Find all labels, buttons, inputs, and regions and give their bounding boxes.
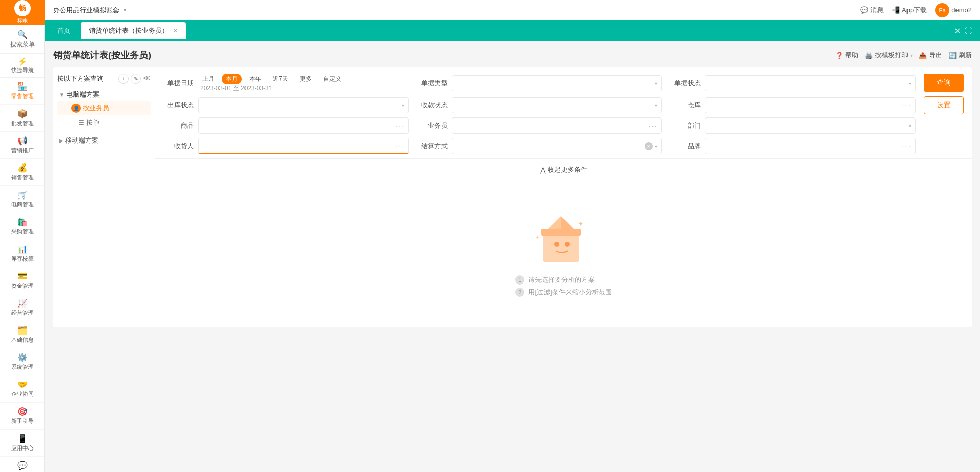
out-status-select[interactable]: ▾ [198,97,409,113]
download-icon: 📲 [892,6,900,14]
query-button[interactable]: 查询 [924,74,964,92]
user-avatar-item[interactable]: Ea demo2 [935,3,972,17]
date-tab-this-year[interactable]: 本年 [245,74,265,84]
sidebar-item-wholesale[interactable]: 📦 批发管理 [0,105,44,132]
add-scheme-button[interactable]: + [118,74,129,84]
warehouse-select[interactable]: ··· [705,97,916,113]
breadcrumb-dropdown-icon[interactable]: ▾ [124,7,126,13]
message-item[interactable]: 💬 消息 [860,6,884,15]
sidebar-item-retail[interactable]: 🏪 零售管理 [0,78,44,105]
tab-sales-stat[interactable]: 销货单统计表（按业务员） ✕ [81,22,186,39]
brand-control[interactable]: ··· [705,138,916,154]
message-icon: 💬 [860,6,868,14]
by-order-scheme-item[interactable]: ☰ 按单 [57,115,151,130]
settle-select[interactable]: ✕ ▾ [452,138,663,154]
export-button[interactable]: 📤 导出 [919,51,942,60]
brand-label: 品牌 [670,141,701,151]
sidebar-item-inventory[interactable]: 📊 库存核算 [0,240,44,267]
sidebar-item-newbie[interactable]: 🎯 新手引导 [0,403,44,430]
salesperson-select[interactable]: ··· [452,117,663,134]
collapse-panel-button[interactable]: ≪ [143,74,151,84]
salesperson-control[interactable]: ··· [452,117,663,134]
settle-control[interactable]: ✕ ▾ [452,138,663,154]
sidebar-item-appstore[interactable]: 📱 应用中心 [0,430,44,457]
settings-button[interactable]: 设置 [924,96,964,114]
basic-icon: 🗂️ [17,325,28,335]
sidebar-item-wechat[interactable]: 💬 企业微信 [0,457,44,472]
filter-row-1: 单据日期 上月 本月 本年 近7天 更多 [163,74,916,93]
doc-status-select[interactable]: ▾ [705,75,916,91]
goods-select[interactable]: ··· [198,117,409,134]
print-button[interactable]: 🖨️ 按模板打印 ▾ [865,51,913,60]
inventory-icon: 📊 [17,244,28,254]
sidebar-item-finance[interactable]: 💳 资金管理 [0,267,44,294]
tab-bar-right: ✕ ⛶ [954,26,976,36]
goods-label: 商品 [163,121,194,130]
brand-select[interactable]: ··· [705,138,916,154]
salesperson-dots-icon: ··· [649,122,658,130]
warehouse-control[interactable]: ··· [705,97,916,113]
page-header: 销货单统计表(按业务员) ❓ 帮助 🖨️ 按模板打印 ▾ 📤 导出 [53,49,972,61]
maximize-icon[interactable]: ⛶ [965,27,972,35]
tab-close-icon[interactable]: ✕ [173,27,178,34]
date-tab-more[interactable]: 更多 [296,74,316,84]
sidebar-item-corp[interactable]: 🤝 企业协同 [0,375,44,403]
goods-control[interactable]: ··· [198,117,409,134]
logo-icon: 畅 [14,0,31,16]
filter-row-2: 出库状态 ▾ [163,97,916,113]
refresh-button[interactable]: 🔄 刷新 [948,51,972,60]
salesperson-scheme-icon: 👤 [71,104,81,113]
sidebar-item-ecom[interactable]: 🛒 电商管理 [0,186,44,213]
marketing-icon: 📢 [17,136,28,146]
recipient-control[interactable]: ··· [198,138,409,154]
sidebar-item-marketing[interactable]: 📢 营销推广 [0,132,44,159]
collapse-up-icon: ⋀ [540,166,546,174]
ecom-icon: 🛒 [17,190,28,200]
settle-filter-item: 结算方式 ✕ ▾ [417,138,663,154]
salesperson-scheme-item[interactable]: 👤 按业务员 [57,101,151,115]
help-button[interactable]: ❓ 帮助 [835,51,859,60]
out-status-control[interactable]: ▾ [198,97,409,113]
doc-type-select[interactable]: ▾ [452,75,663,91]
tab-home[interactable]: 首页 [49,22,79,39]
sidebar-item-sales[interactable]: 💰 销售管理 [0,159,44,186]
tab-sales-stat-label: 销货单统计表（按业务员） [89,26,168,35]
dept-arrow-icon: ▾ [909,123,911,129]
quick-nav-item[interactable]: ⚡ 快捷导航 [0,54,44,78]
app-download-item[interactable]: 📲 App下载 [892,6,927,15]
date-tabs: 上月 本月 本年 近7天 更多 自定义 [198,74,409,84]
edit-scheme-button[interactable]: ✎ [131,74,141,84]
empty-hint-2: 2 用[过滤]条件来缩小分析范围 [515,288,611,297]
sidebar-item-operation[interactable]: 📈 经营管理 [0,294,44,321]
close-all-tabs-icon[interactable]: ✕ [954,26,961,36]
sidebar-item-system[interactable]: ⚙️ 系统管理 [0,348,44,375]
receipt-status-control[interactable]: ▾ [452,97,663,113]
sidebar-item-purchase[interactable]: 🛍️ 采购管理 [0,213,44,240]
mobile-section-title[interactable]: ▶ 移动端方案 [57,134,151,147]
receipt-status-select[interactable]: ▾ [452,97,663,113]
settle-clear-icon[interactable]: ✕ [645,142,653,150]
date-tab-last-month[interactable]: 上月 [198,74,218,84]
collapse-more-button[interactable]: ⋀ 收起更多条件 [534,163,594,176]
date-tab-this-month[interactable]: 本月 [222,74,242,84]
dept-control[interactable]: ▾ [705,117,916,134]
recipient-label: 收货人 [163,141,194,151]
date-filter-control: 上月 本月 本年 近7天 更多 自定义 2 [198,74,409,93]
date-tab-custom[interactable]: 自定义 [319,74,346,84]
svg-marker-2 [548,216,561,229]
content-card: 按以下方案查询 + ✎ ≪ [53,67,972,327]
search-menu-item[interactable]: 🔍 搜索菜单 [0,25,44,54]
avatar: Ea [935,3,949,17]
app-logo[interactable]: 畅 标账 [0,0,45,25]
filter-row-4: 收货人 ··· [163,138,916,154]
refresh-icon: 🔄 [948,52,957,59]
brand-filter-item: 品牌 ··· [670,138,916,154]
desktop-section-title[interactable]: ▼ 电脑端方案 [57,88,151,101]
recipient-input[interactable]: ··· [198,138,409,154]
date-tab-last7[interactable]: 近7天 [268,74,292,84]
page: 销货单统计表(按业务员) ❓ 帮助 🖨️ 按模板打印 ▾ 📤 导出 [45,41,980,336]
dept-select[interactable]: ▾ [705,117,916,134]
doc-type-control[interactable]: ▾ [452,75,663,91]
doc-status-control[interactable]: ▾ [705,75,916,91]
sidebar-item-basic[interactable]: 🗂️ 基础信息 [0,321,44,348]
